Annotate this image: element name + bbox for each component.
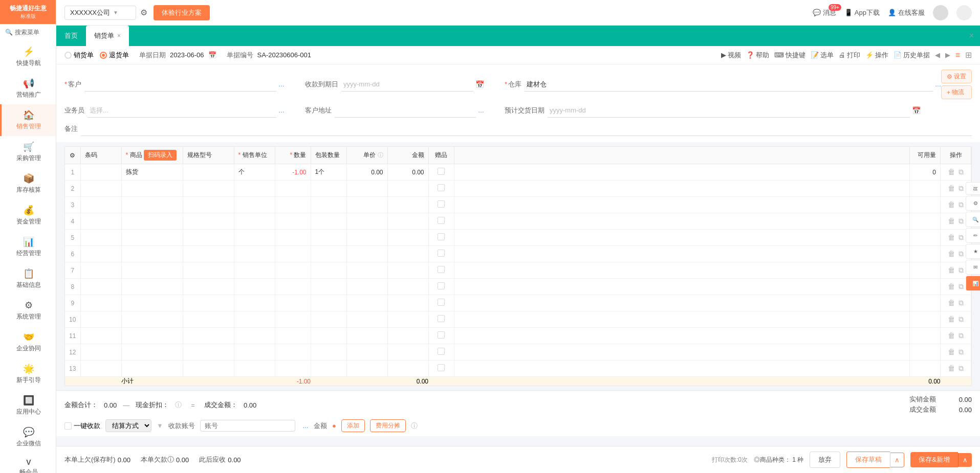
row-gift[interactable] xyxy=(428,230,454,246)
row-spec[interactable] xyxy=(183,361,234,377)
row-delete-icon[interactable]: 🗑 xyxy=(948,315,955,323)
row-product[interactable] xyxy=(121,246,183,262)
sidebar-item-appstore[interactable]: 🔲 应用中心 xyxy=(0,390,56,421)
settlement-method-select[interactable]: 结算方式 xyxy=(105,419,151,432)
row-unit[interactable] xyxy=(234,246,275,262)
row-note[interactable] xyxy=(454,361,910,377)
sidebar-item-sales[interactable]: 🏠 销售管理 xyxy=(0,104,56,136)
row-delete-icon[interactable]: 🗑 xyxy=(948,168,955,176)
row-product[interactable] xyxy=(121,181,183,197)
scan-barcode-btn[interactable]: 扫码录入 xyxy=(144,150,177,161)
row-gift[interactable] xyxy=(428,213,454,230)
rf-btn-2[interactable]: ⚙ xyxy=(966,196,980,211)
row-copy-icon[interactable]: ⧉ xyxy=(959,315,964,323)
row-unitprice[interactable] xyxy=(346,230,387,246)
row-qty[interactable] xyxy=(275,344,311,361)
choose-action[interactable]: 📝 选单 xyxy=(811,51,834,60)
row-pkgqty[interactable] xyxy=(311,246,346,262)
row-unit[interactable] xyxy=(234,230,275,246)
row-barcode[interactable] xyxy=(80,279,121,295)
sidebar-item-basic[interactable]: 📋 基础信息 xyxy=(0,263,56,295)
row-unit[interactable] xyxy=(234,197,275,213)
payment-calendar-icon[interactable]: 📅 xyxy=(475,80,484,88)
customer-addr-input[interactable] xyxy=(335,103,476,118)
row-delete-icon[interactable]: 🗑 xyxy=(948,331,955,340)
one-click-pay-check[interactable]: 一键收款 xyxy=(64,421,100,431)
save-new-arrow-btn[interactable]: ∧ xyxy=(958,453,972,467)
row-qty[interactable] xyxy=(275,295,311,311)
row-note[interactable] xyxy=(454,311,910,328)
row-amount[interactable] xyxy=(387,279,428,295)
row-barcode[interactable] xyxy=(80,295,121,311)
row-qty[interactable] xyxy=(275,181,311,197)
user-avatar[interactable] xyxy=(933,5,948,20)
row-delete-icon[interactable]: 🗑 xyxy=(948,364,955,372)
row-barcode[interactable] xyxy=(80,213,121,230)
row-copy-icon[interactable]: ⧉ xyxy=(959,348,964,356)
row-spec[interactable] xyxy=(183,246,234,262)
payment-due-input[interactable]: yyyy-mm-dd xyxy=(341,77,473,92)
calendar-icon[interactable]: 📅 xyxy=(208,51,216,59)
row-delete-icon[interactable]: 🗑 xyxy=(948,184,955,192)
topbar-gear-icon[interactable]: ⚙ xyxy=(140,8,147,17)
row-note[interactable] xyxy=(454,328,910,344)
row-amount[interactable] xyxy=(387,246,428,262)
row-copy-icon[interactable]: ⧉ xyxy=(959,168,964,176)
sidebar-item-inventory[interactable]: 📦 库存核算 xyxy=(0,168,56,199)
notification-btn[interactable]: 💬 消息 99+ xyxy=(813,8,836,17)
row-gift[interactable] xyxy=(428,181,454,197)
row-pkgqty[interactable] xyxy=(311,361,346,377)
row-unit[interactable] xyxy=(234,279,275,295)
row-gift[interactable] xyxy=(428,197,454,213)
nav-prev[interactable]: ◀ xyxy=(935,51,940,59)
row-gift[interactable] xyxy=(428,328,454,344)
row-delete-icon[interactable]: 🗑 xyxy=(948,233,955,241)
row-unitprice[interactable] xyxy=(346,213,387,230)
app-download-btn[interactable]: 📱 App下载 xyxy=(844,8,880,17)
row-unitprice[interactable] xyxy=(346,246,387,262)
help-action[interactable]: ❓ 帮助 xyxy=(746,51,769,60)
row-amount[interactable] xyxy=(387,361,428,377)
row-delete-icon[interactable]: 🗑 xyxy=(948,217,955,225)
notes-input[interactable] xyxy=(81,122,972,136)
row-unitprice[interactable] xyxy=(346,295,387,311)
row-unitprice[interactable]: 0.00 xyxy=(346,164,387,181)
row-unit[interactable] xyxy=(234,311,275,328)
expense-split-btn[interactable]: 费用分摊 xyxy=(370,419,406,432)
history-action[interactable]: 📄 历史单据 xyxy=(894,51,930,60)
row-pkgqty[interactable]: 1个 xyxy=(311,164,346,181)
account-more-icon[interactable]: … xyxy=(302,422,309,430)
row-gift[interactable] xyxy=(428,311,454,328)
row-pkgqty[interactable] xyxy=(311,230,346,246)
salesperson-more-icon[interactable]: … xyxy=(278,107,285,114)
row-unitprice[interactable] xyxy=(346,361,387,377)
abandon-btn[interactable]: 放弃 xyxy=(810,452,840,468)
video-action[interactable]: ▶ 视频 xyxy=(721,51,741,60)
row-copy-icon[interactable]: ⧉ xyxy=(959,364,964,372)
save-new-btn[interactable]: 保存&新增 xyxy=(910,452,958,467)
row-qty[interactable] xyxy=(275,197,311,213)
operation-action[interactable]: ⚡ 操作 xyxy=(865,51,888,60)
salesperson-input[interactable]: 选择... xyxy=(88,103,276,118)
row-copy-icon[interactable]: ⧉ xyxy=(959,233,964,241)
row-unitprice[interactable] xyxy=(346,328,387,344)
sidebar-item-system[interactable]: ⚙ 系统管理 xyxy=(0,295,56,326)
row-pkgqty[interactable] xyxy=(311,295,346,311)
row-gift[interactable] xyxy=(428,262,454,279)
row-note[interactable] xyxy=(454,213,910,230)
customer-more-icon[interactable]: … xyxy=(278,81,285,88)
row-product[interactable] xyxy=(121,361,183,377)
sidebar-item-quick-nav[interactable]: ⚡ 快捷导航 xyxy=(0,41,56,73)
print-action[interactable]: 🖨 打印 xyxy=(839,51,860,60)
online-service-btn[interactable]: 👤 在线客服 xyxy=(888,8,925,17)
tab-sales-order[interactable]: 销货单 × xyxy=(86,26,129,46)
row-qty[interactable] xyxy=(275,311,311,328)
row-barcode[interactable] xyxy=(80,246,121,262)
row-copy-icon[interactable]: ⧉ xyxy=(959,184,964,192)
row-delete-icon[interactable]: 🗑 xyxy=(948,299,955,307)
row-spec[interactable] xyxy=(183,344,234,361)
row-copy-icon[interactable]: ⧉ xyxy=(959,282,964,290)
row-amount[interactable] xyxy=(387,311,428,328)
row-qty[interactable] xyxy=(275,213,311,230)
account-input[interactable] xyxy=(200,420,295,432)
